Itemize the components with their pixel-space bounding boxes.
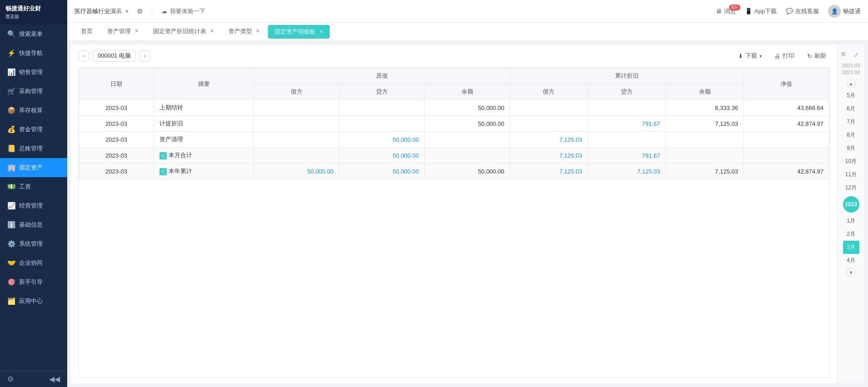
cell-summary: 汇本年累计	[154, 164, 254, 179]
download-btn[interactable]: 📱 App下载	[745, 7, 777, 15]
cell-acc-balance	[666, 132, 744, 148]
cell-summary: 汇本月合计	[154, 148, 254, 164]
month-item[interactable]: 9月	[843, 142, 859, 155]
inventory-icon: 📦	[7, 106, 15, 114]
month-item[interactable]: 10月	[843, 155, 859, 168]
cell-acc-debit: 7,125.03	[510, 164, 588, 179]
refresh-icon: ↻	[807, 53, 812, 60]
sidebar-label-operations: 经营管理	[19, 202, 43, 210]
sidebar-item-system[interactable]: ⚙️系统管理	[0, 234, 67, 253]
month-item[interactable]: 6月	[843, 102, 859, 115]
cell-date: 2023-03	[79, 100, 154, 116]
cell-orig-debit	[254, 148, 339, 164]
refresh-label: 刷新	[814, 52, 826, 60]
content-area: ‹ 000001 电脑 › ⬇ 下载 ▾ 🖨 打印 ↻	[71, 45, 864, 383]
message-btn[interactable]: 🖥 消息 99+	[716, 7, 736, 15]
asset-code: 000001 电脑	[93, 50, 136, 62]
sidebar-label-basic-info: 基础信息	[19, 221, 43, 229]
sidebar-item-app-center[interactable]: 🗂️应用中心	[0, 292, 67, 311]
cell-orig-balance	[425, 148, 510, 164]
sales-icon: 📊	[7, 68, 15, 76]
tabbar: 首页资产管理✕固定资产折旧统计表✕资产类型✕固定资产明细账✕	[67, 23, 868, 41]
tab-close-depreciation-stats[interactable]: ✕	[210, 28, 214, 34]
month-item[interactable]: 11月	[843, 168, 859, 181]
cell-acc-debit	[510, 116, 588, 132]
asset-nav: ‹ 000001 电脑 › ⬇ 下载 ▾ 🖨 打印 ↻	[78, 50, 830, 62]
month-item[interactable]: 1月	[843, 214, 859, 228]
panel-up-btn[interactable]: ▲	[847, 79, 856, 88]
sidebar-footer: ⚙ ◀◀	[0, 371, 67, 387]
settings-icon[interactable]: ⚙	[7, 375, 14, 383]
cell-net-value	[744, 132, 829, 148]
cell-acc-balance: 7,125.03	[666, 116, 744, 132]
main-panel: ‹ 000001 电脑 › ⬇ 下载 ▾ 🖨 打印 ↻	[71, 45, 837, 383]
expand-panel-btn[interactable]: ⤢	[852, 50, 861, 60]
experience-btn[interactable]: ☁ 我要体验一下	[161, 7, 205, 15]
gear-icon[interactable]: ⚙	[137, 7, 143, 15]
close-panel-btn[interactable]: ✕	[838, 48, 848, 60]
tab-close-asset-mgmt[interactable]: ✕	[134, 28, 139, 34]
company-arrow-icon: ▼	[124, 9, 129, 14]
asset-nav-left: ‹ 000001 电脑 ›	[78, 50, 150, 62]
user-btn[interactable]: 👤 畅捷通	[828, 5, 861, 18]
next-asset-btn[interactable]: ›	[139, 50, 150, 61]
cell-acc-credit: 791.67	[588, 116, 666, 132]
download-label: App下载	[754, 7, 777, 15]
download-arrow-icon: ▾	[759, 54, 762, 59]
app-edition: 普及版	[5, 14, 41, 20]
sidebar-item-quick-nav[interactable]: ⚡快捷导航	[0, 44, 67, 63]
download-label: 下载	[745, 52, 757, 60]
refresh-btn[interactable]: ↻ 刷新	[804, 50, 830, 62]
tab-asset-type[interactable]: 资产类型✕	[222, 25, 266, 39]
month-item[interactable]: 2月	[843, 228, 859, 241]
month-item[interactable]: 12月	[843, 181, 859, 194]
col-date: 日期	[79, 68, 154, 100]
sidebar-item-general-ledger[interactable]: 📒总账管理	[0, 139, 67, 158]
table-row: 2023-03 资产清理 50,000.00 7,125.03	[79, 132, 829, 148]
cell-acc-balance: 7,125.03	[666, 164, 744, 179]
month-item[interactable]: 3月	[843, 241, 859, 254]
sidebar-item-purchase[interactable]: 🛒采购管理	[0, 82, 67, 101]
tab-asset-detail[interactable]: 固定资产明细账✕	[268, 25, 330, 39]
message-badge: 99+	[729, 5, 740, 10]
collapse-icon[interactable]: ◀◀	[49, 375, 60, 383]
sidebar-item-basic-info[interactable]: ℹ️基础信息	[0, 215, 67, 234]
panel-down-btn[interactable]: ▼	[847, 268, 856, 277]
sidebar-label-system: 系统管理	[19, 240, 43, 248]
download-btn[interactable]: ⬇ 下载 ▾	[734, 50, 765, 62]
cell-orig-debit	[254, 116, 339, 132]
panel-top-btns: ✕ ⤢	[838, 48, 864, 60]
month-item[interactable]: 5月	[843, 89, 859, 102]
service-btn[interactable]: 💬 在线客服	[786, 7, 819, 15]
sidebar-item-collab[interactable]: 🤝企业协同	[0, 253, 67, 273]
prev-asset-btn[interactable]: ‹	[78, 50, 89, 61]
company-selector[interactable]: 医疗器械行业演示 ▼	[74, 7, 129, 15]
sidebar-item-operations[interactable]: 📈经营管理	[0, 196, 67, 215]
tab-close-asset-detail[interactable]: ✕	[319, 29, 323, 35]
tab-depreciation-stats[interactable]: 固定资产折旧统计表✕	[147, 25, 220, 39]
cell-orig-balance: 50,000.00	[425, 116, 510, 132]
sidebar-item-fixed-assets[interactable]: 🏢固定资产	[0, 158, 67, 177]
sidebar-item-finance[interactable]: 💰资金管理	[0, 120, 67, 139]
print-btn[interactable]: 🖨 打印	[771, 50, 798, 62]
sidebar-item-payroll[interactable]: 💵工资	[0, 177, 67, 196]
sidebar-item-guide[interactable]: 🎯新手引导	[0, 273, 67, 292]
col-acc-credit: 贷方	[588, 84, 666, 100]
sidebar-item-search[interactable]: 🔍搜索菜单	[0, 25, 67, 44]
cell-date: 2023-03	[79, 148, 154, 164]
tab-close-asset-type[interactable]: ✕	[256, 28, 260, 34]
month-item[interactable]: 4月	[843, 254, 859, 267]
topbar-right: 🖥 消息 99+ 📱 App下载 💬 在线客服 👤 畅捷通	[716, 5, 861, 18]
print-label: 打印	[783, 52, 794, 60]
cell-orig-balance: 50,000.00	[425, 164, 510, 179]
cell-acc-credit: 7,125.03	[588, 164, 666, 179]
tab-home[interactable]: 首页	[74, 25, 99, 39]
month-item[interactable]: 8月	[843, 129, 859, 142]
cell-net-value: 43,666.64	[744, 100, 829, 116]
sidebar-item-inventory[interactable]: 📦库存核算	[0, 101, 67, 120]
general-ledger-icon: 📒	[7, 144, 15, 153]
sidebar-item-sales[interactable]: 📊销售管理	[0, 63, 67, 82]
month-item[interactable]: 7月	[843, 115, 859, 129]
tab-asset-mgmt[interactable]: 资产管理✕	[101, 25, 145, 39]
year-badge[interactable]: 2023	[843, 196, 859, 213]
